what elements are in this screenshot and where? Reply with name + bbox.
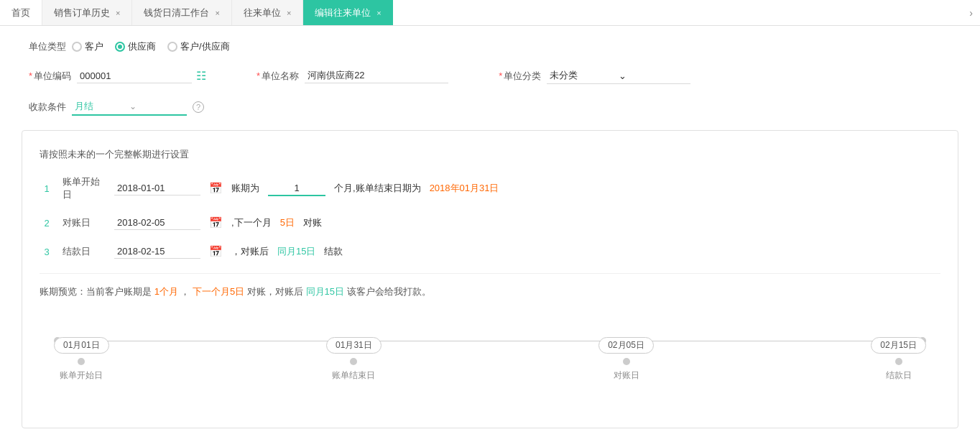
radio-supplier-circle <box>115 42 125 52</box>
tab-cash-work-label: 钱货日清工作台 <box>144 6 209 19</box>
node-1-label: 账单开始日 <box>60 369 103 382</box>
period-row-2: 2 对账日 📅 ,下一个月 5日 对账 <box>40 216 940 230</box>
period-num-3: 3 <box>40 247 54 257</box>
help-icon[interactable]: ? <box>193 101 204 113</box>
help-icon-text: ? <box>196 103 200 111</box>
radio-customer-label: 客户 <box>85 40 103 53</box>
unit-code-icon[interactable]: ☷ <box>196 69 206 83</box>
node-4-tag: 02月15日 <box>871 337 926 354</box>
unit-type-label: 单位类型 <box>29 40 66 53</box>
period-end-date-highlight: 2018年01月31日 <box>430 182 499 195</box>
payment-value: 月结 <box>75 100 129 113</box>
node-2-label: 账单结束日 <box>332 369 375 382</box>
unit-category-select[interactable]: 未分类 ⌄ <box>547 68 690 84</box>
period-desc-2b: 对账 <box>303 216 322 229</box>
unit-fields-row: * 单位编码 ☷ * 单位名称 * 单位分类 未分类 ⌄ <box>29 68 958 84</box>
unit-category-arrow: ⌄ <box>619 70 688 81</box>
period-row-1: 1 账单开始日 📅 账期为 个月,账单结束日期为 2018年01月31日 <box>40 175 940 201</box>
tab-partner-unit-close[interactable]: × <box>287 9 291 17</box>
reconcile-date-calendar-icon[interactable]: 📅 <box>209 216 223 229</box>
node-1-dot <box>78 358 85 365</box>
tab-home[interactable]: 首页 <box>0 0 42 25</box>
timeline-node-3: 02月05日 对账日 <box>598 337 654 382</box>
node-3-dot <box>623 358 630 365</box>
tab-edit-partner-close[interactable]: × <box>376 9 381 17</box>
unit-code-group: * 单位编码 ☷ <box>29 69 206 83</box>
tab-edit-partner[interactable]: 编辑往来单位 × <box>303 0 392 25</box>
period-num-2: 2 <box>40 218 54 229</box>
tab-sales-history-label: 销售订单历史 <box>54 6 110 19</box>
radio-customer[interactable]: 客户 <box>72 40 103 53</box>
tab-cash-work[interactable]: 钱货日清工作台 × <box>132 0 231 25</box>
period-num-1: 1 <box>40 183 54 194</box>
payment-date-input[interactable] <box>114 244 200 259</box>
node-3-tag: 02月05日 <box>598 337 654 354</box>
unit-name-star: * <box>256 70 260 81</box>
tab-edit-partner-label: 编辑往来单位 <box>315 6 371 19</box>
preview-reconcile: 对账，对账后 <box>247 286 303 297</box>
node-1-tag: 01月01日 <box>54 337 109 354</box>
unit-name-input[interactable] <box>305 69 448 83</box>
radio-supplier-label: 供应商 <box>128 40 156 53</box>
unit-code-label: 单位编码 <box>34 70 71 83</box>
timeline-nodes: 01月01日 账单开始日 01月31日 账单结束日 02月05日 对账 <box>54 337 926 382</box>
node-4-dot <box>895 358 902 365</box>
period-desc-3a: ，对账后 <box>231 245 269 258</box>
period-row-3: 3 结款日 📅 ，对账后 同月15日 结款 <box>40 244 940 259</box>
tab-sales-history-close[interactable]: × <box>116 9 120 17</box>
tab-cash-work-close[interactable]: × <box>215 9 219 17</box>
tab-home-label: 首页 <box>11 6 30 19</box>
payment-date-calendar-icon[interactable]: 📅 <box>209 245 223 258</box>
radio-both-label: 客户/供应商 <box>180 40 230 53</box>
preview-text: 账期预览：当前客户账期是 1个月 ， 下一个月5日 对账，对账后 同月15日 该… <box>40 285 940 298</box>
period-desc-suffix-1: 个月,账单结束日期为 <box>334 182 421 195</box>
tab-sales-history[interactable]: 销售订单历史 × <box>42 0 132 25</box>
start-date-input[interactable] <box>114 181 200 196</box>
preview-next: 下一个月5日 <box>193 286 244 297</box>
tabs-bar: 首页 销售订单历史 × 钱货日清工作台 × 往来单位 × 编辑往来单位 × › <box>0 0 980 26</box>
radio-customer-circle <box>72 42 82 52</box>
preview-pay: 同月15日 <box>306 286 344 297</box>
timeline-node-2: 01月31日 账单结束日 <box>326 337 382 382</box>
timeline-node-4: 02月15日 结款日 <box>871 337 926 382</box>
unit-type-row: 单位类型 客户 供应商 客户/供应商 <box>29 40 958 53</box>
unit-code-input[interactable] <box>77 69 192 83</box>
tabs-more-arrow[interactable]: › <box>962 0 980 25</box>
period-desc-2-highlight: 5日 <box>280 216 295 229</box>
radio-group: 客户 供应商 客户/供应商 <box>72 40 230 53</box>
tab-partner-unit[interactable]: 往来单位 × <box>232 0 303 25</box>
period-desc-3-highlight: 同月15日 <box>277 245 315 258</box>
radio-supplier[interactable]: 供应商 <box>115 40 156 53</box>
preview-1month: 1个月 <box>154 286 178 297</box>
preview-end: 该客户会给我打款。 <box>347 286 431 297</box>
payment-row: 收款条件 月结 ⌄ ? <box>29 98 958 116</box>
period-months-input[interactable] <box>268 181 325 196</box>
main-content: 单位类型 客户 供应商 客户/供应商 * 单位编码 ☷ * <box>0 26 980 437</box>
period-desc-3b: 结款 <box>324 245 343 258</box>
period-label-2: 对账日 <box>63 216 106 229</box>
tab-partner-unit-label: 往来单位 <box>244 6 281 19</box>
period-label-3: 结款日 <box>63 245 106 258</box>
preview-label: 账期预览：当前客户账期是 <box>40 286 152 297</box>
unit-category-label: 单位分类 <box>504 70 541 83</box>
reconcile-date-input[interactable] <box>114 216 200 230</box>
period-desc-prefix-1: 账期为 <box>231 182 259 195</box>
radio-both-circle <box>167 42 177 52</box>
card-title: 请按照未来的一个完整帐期进行设置 <box>40 148 940 161</box>
preview-section: 账期预览：当前客户账期是 1个月 ， 下一个月5日 对账，对账后 同月15日 该… <box>40 273 940 410</box>
payment-arrow: ⌄ <box>129 101 184 111</box>
timeline-line <box>61 341 919 341</box>
start-date-calendar-icon[interactable]: 📅 <box>209 182 223 195</box>
node-3-label: 对账日 <box>614 369 639 382</box>
payment-select[interactable]: 月结 ⌄ <box>72 98 187 116</box>
unit-category-value: 未分类 <box>550 69 619 82</box>
card-box: 请按照未来的一个完整帐期进行设置 1 账单开始日 📅 账期为 个月,账单结束日期… <box>22 130 958 428</box>
unit-name-group: * 单位名称 <box>256 69 448 83</box>
unit-category-group: * 单位分类 未分类 ⌄ <box>499 68 690 84</box>
period-desc-2a: ,下一个月 <box>231 216 272 229</box>
preview-comma: ， <box>180 286 190 297</box>
radio-both[interactable]: 客户/供应商 <box>167 40 230 53</box>
unit-name-label: 单位名称 <box>262 70 299 83</box>
node-4-label: 结款日 <box>886 369 912 382</box>
node-2-dot <box>350 358 357 365</box>
